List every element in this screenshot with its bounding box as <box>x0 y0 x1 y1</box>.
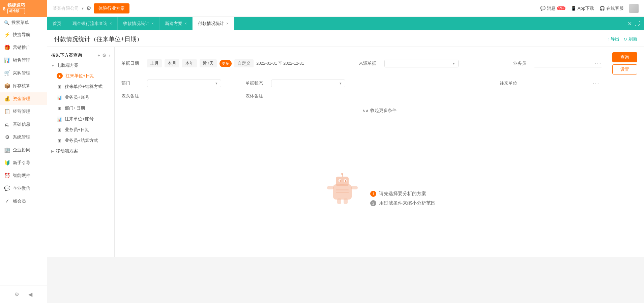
scheme-item-counterpart-settle[interactable]: ⊞ 往来单位+结算方式 <box>47 81 114 92</box>
salesman-more-icon[interactable]: ··· <box>595 60 602 66</box>
tab-bank-flow-close[interactable]: × <box>110 21 112 26</box>
sidebar-item-basic[interactable]: 🗂 基础信息 <box>0 118 47 131</box>
scheme-group-mobile-header[interactable]: ▶ 移动端方案 <box>47 146 114 156</box>
salesman-label: 业务员 <box>513 60 526 66</box>
filter-row-1: 单据日期 上月 本月 本年 近7天 更多 自定义 2022-01-01 至 20… <box>121 52 637 74</box>
tab-payment-stats-close[interactable]: × <box>226 21 229 26</box>
tab-close-all-btn[interactable]: ✕ <box>627 21 632 27</box>
company-name: 某某有限公司 <box>53 5 79 11</box>
date-btn-more[interactable]: 更多 <box>219 60 232 67</box>
filter-row-3: 表头备注 表体备注 <box>121 92 637 100</box>
sidebar-item-enterprise[interactable]: 🏢 企业协同 <box>0 144 47 156</box>
sidebar-logo: 6 畅捷通巧 标准版 <box>0 0 47 17</box>
tab-new-scheme[interactable]: 新建方案 × <box>159 17 193 30</box>
tab-fullscreen-btn[interactable]: ⛶ <box>635 21 640 27</box>
sidebar-item-system[interactable]: ⚙ 系统管理 <box>0 131 47 144</box>
empty-tips: 1 请先选择要分析的方案 2 用过滤条件来缩小分析范围 <box>370 191 436 206</box>
scheme-mobile-arrow-icon: ▶ <box>51 149 54 153</box>
collapse-sidebar-btn[interactable]: ◀ <box>25 289 36 300</box>
dept-select[interactable]: ▾ <box>147 80 221 87</box>
setting-btn[interactable]: 设置 <box>612 64 637 74</box>
header-left: 某某有限公司 ▾ ⚙ 体验行业方案 <box>53 3 536 13</box>
date-range-display: 2022-01-01 至 2022-12-31 <box>256 61 304 66</box>
sidebar-label: 畅会员 <box>13 198 26 204</box>
scheme-group-pc-header[interactable]: ▼ 电脑端方案 <box>47 60 114 70</box>
scheme-item-salesman-date[interactable]: ⊞ 业务员+日期 <box>47 124 114 135</box>
scheme-item-label: 业务员+日期 <box>65 127 89 133</box>
header-gear-icon[interactable]: ⚙ <box>86 5 91 11</box>
scheme-item-salesman-settle[interactable]: ⊞ 业务员+结算方式 <box>47 135 114 146</box>
scheme-item-label: 部门+日期 <box>65 105 85 111</box>
user-avatar[interactable] <box>629 4 639 13</box>
service-label: 在线客服 <box>606 5 624 11</box>
search-menu-btn[interactable]: 🔍 搜索菜单 <box>0 17 47 28</box>
wechat-icon: 💬 <box>4 185 10 191</box>
scheme-item-counterpart-date[interactable]: ● 往来单位+日期 <box>47 70 114 81</box>
sidebar-label: 营销推广 <box>13 44 30 51</box>
tab-collection-stats-close[interactable]: × <box>151 21 154 26</box>
sidebar-item-quick-nav[interactable]: ⚡ 快捷导航 <box>0 28 47 41</box>
scheme-item-label: 往来单位+账号 <box>65 116 94 122</box>
scheme-item-counterpart-account[interactable]: 📊 往来单位+账号 <box>47 114 114 124</box>
operations-icon: 📋 <box>4 109 10 115</box>
sidebar-item-purchase[interactable]: 🛒 采购管理 <box>0 67 47 80</box>
tab-home[interactable]: 首页 <box>47 17 67 30</box>
trial-btn[interactable]: 体验行业方案 <box>94 3 129 13</box>
app-download-btn[interactable]: 📱 App下载 <box>571 5 594 11</box>
tab-collection-stats[interactable]: 收款情况统计 × <box>118 17 159 30</box>
tab-payment-stats[interactable]: 付款情况统计 × <box>193 17 234 30</box>
sidebar-item-hardware[interactable]: ⏰ 智能硬件 <box>0 169 47 182</box>
sidebar-item-vip[interactable]: ✓ 畅会员 <box>0 195 47 208</box>
refresh-btn[interactable]: ↻ 刷新 <box>623 36 637 42</box>
sidebar-item-marketing[interactable]: 🎁 营销推广 <box>0 41 47 54</box>
scheme-group-mobile-label: 移动端方案 <box>56 148 78 154</box>
online-service-btn[interactable]: 🎧 在线客服 <box>599 5 624 11</box>
sidebar-item-inventory[interactable]: 📦 库存核算 <box>0 80 47 92</box>
empty-illustration <box>323 173 363 206</box>
sidebar-label: 库存核算 <box>13 83 30 89</box>
sidebar-label: 系统管理 <box>13 134 30 140</box>
scheme-add-icon[interactable]: + <box>97 53 100 58</box>
date-btn-this-year[interactable]: 本年 <box>182 59 197 67</box>
counterpart-input[interactable] <box>525 79 593 87</box>
scheme-collapse-icon[interactable]: › <box>109 53 110 58</box>
settings-bottom-btn[interactable]: ⚙ <box>11 289 22 300</box>
tip-num-2: 2 <box>370 200 376 206</box>
salesman-input[interactable] <box>534 59 595 67</box>
message-label: 消息 <box>547 5 556 11</box>
collapse-more-btn[interactable]: ∧∧ 收起更多条件 <box>359 105 399 116</box>
date-btn-last-month[interactable]: 上月 <box>147 59 162 67</box>
date-btn-custom[interactable]: 自定义 <box>234 59 254 67</box>
sidebar-item-operations[interactable]: 📋 经营管理 <box>0 105 47 118</box>
company-arrow-icon[interactable]: ▾ <box>82 6 84 11</box>
svg-rect-10 <box>351 186 358 189</box>
empty-tip-2: 2 用过滤条件来缩小分析范围 <box>370 200 436 206</box>
date-btn-this-month[interactable]: 本月 <box>165 59 179 67</box>
source-label: 来源单据 <box>359 60 376 66</box>
tab-new-scheme-close[interactable]: × <box>184 21 187 26</box>
scheme-item-salesman-account[interactable]: 📊 业务员+账号 <box>47 92 114 103</box>
sidebar-item-sales[interactable]: 📊 销售管理 <box>0 54 47 67</box>
sidebar-label: 企业协同 <box>13 147 30 153</box>
app-label: App下载 <box>578 5 594 11</box>
sidebar-item-funds[interactable]: 💰 资金管理 <box>0 92 47 105</box>
collapse-more-label: 收起更多条件 <box>370 108 397 114</box>
source-select[interactable]: ▾ <box>384 60 459 67</box>
sidebar-label: 资金管理 <box>13 96 30 102</box>
date-btn-7days[interactable]: 近7天 <box>200 59 217 67</box>
scheme-item-dept-date[interactable]: ⊞ 部门+日期 <box>47 103 114 114</box>
message-btn[interactable]: 💬 消息 99+ <box>540 5 565 11</box>
counterpart-more-icon[interactable]: ··· <box>593 80 599 86</box>
table-body-input[interactable] <box>271 92 365 100</box>
export-btn[interactable]: ↑ 导出 <box>607 36 620 42</box>
table-header-input[interactable] <box>147 92 221 100</box>
sidebar-item-newbie[interactable]: 🔰 新手引导 <box>0 156 47 169</box>
logo-name: 畅捷通巧 <box>7 3 25 8</box>
tab-bank-flow[interactable]: 现金银行流水查询 × <box>67 17 118 30</box>
scheme-settings-icon[interactable]: ⚙ <box>102 53 107 58</box>
sidebar-item-wechat[interactable]: 💬 企业微信 <box>0 182 47 195</box>
query-btn[interactable]: 查询 <box>612 52 637 62</box>
tabs-bar: 首页 现金银行流水查询 × 收款情况统计 × 新建方案 × 付款情况统计 × ✕… <box>47 17 644 30</box>
svg-rect-14 <box>336 192 349 193</box>
status-select[interactable]: ▾ <box>271 80 345 87</box>
